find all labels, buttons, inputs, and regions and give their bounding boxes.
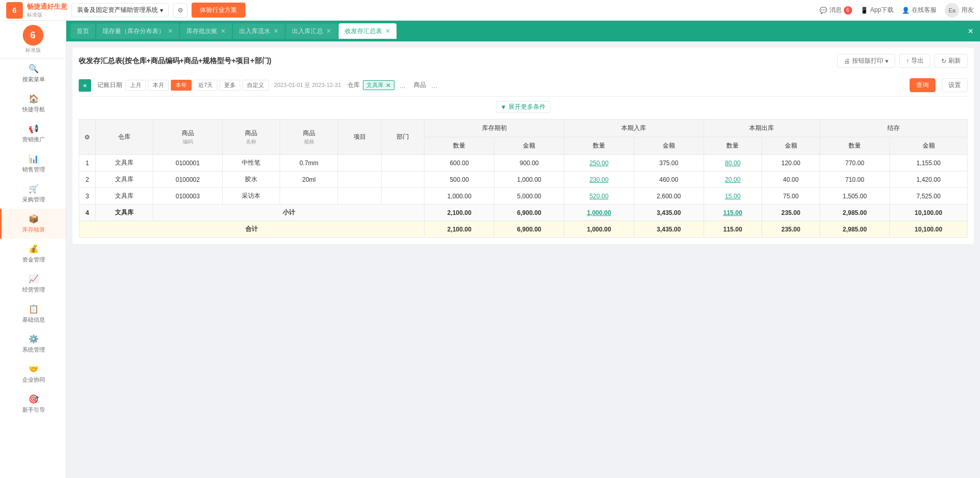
subtotal-label: 小计 — [153, 205, 425, 221]
sidebar-item-sales[interactable]: 📊销售管理 — [0, 149, 66, 179]
settings-button[interactable]: ⚙ — [173, 3, 187, 18]
table-settings-header[interactable]: ⚙ — [79, 120, 96, 155]
expand-row: ▼ 展开更多条件 — [79, 101, 968, 113]
logo-text: 6 — [12, 6, 17, 15]
online-service-button[interactable]: 👤 在线客服 — [902, 6, 937, 15]
export-button[interactable]: ↑ 导出 — [899, 54, 930, 68]
warehouse-more-button[interactable]: ... — [398, 81, 408, 90]
row-seq: 3 — [79, 188, 96, 205]
th-in-amt: 金额 — [634, 137, 704, 155]
print-button[interactable]: 🖨 按钮版打印 ▾ — [837, 54, 895, 68]
sidebar-item-label: 采购管理 — [22, 196, 45, 204]
expand-button[interactable]: ▼ 展开更多条件 — [496, 101, 551, 113]
row-close-amt: 7,525.00 — [890, 188, 968, 205]
app-download-button[interactable]: 📱 App下载 — [860, 6, 894, 15]
row-out-amt: 40.00 — [762, 171, 820, 188]
total-label-cell: 合计 — [79, 221, 425, 238]
subtotal-warehouse: 文具库 — [96, 205, 153, 221]
subtotal-in-qty[interactable]: 1,000.00 — [564, 205, 634, 221]
chevron-down-icon: ▾ — [160, 7, 163, 14]
sidebar-item-label: 新手引导 — [22, 406, 45, 414]
print-label: 按钮版打印 — [852, 56, 883, 65]
date-btn-1[interactable]: 本月 — [148, 80, 169, 91]
trial-button[interactable]: 体验行业方案 — [192, 3, 245, 18]
tab-inout-summary[interactable]: 出入库汇总✕ — [286, 23, 338, 39]
th-opening-stock: 库存期初 — [425, 120, 564, 137]
purchase-icon: 🛒 — [28, 184, 39, 194]
warehouse-tag-text: 文具库 — [367, 81, 384, 89]
page-title-row: 收发存汇总表(按仓库+商品编码+商品+规格型号+项目+部门) 🖨 按钮版打印 ▾… — [79, 54, 968, 68]
row-in-qty[interactable]: 230.00 — [564, 171, 634, 188]
warehouse-tag[interactable]: 文具库 ✕ — [363, 80, 394, 90]
th-goods-spec: 商品规格 — [280, 120, 338, 155]
th-period-out: 本期出库 — [704, 120, 820, 137]
row-in-qty[interactable]: 520.00 — [564, 188, 634, 205]
table-row: 3 文具库 0100003 采访本 1,000.00 5,000.00 520.… — [79, 188, 968, 205]
sidebar-item-enterprise[interactable]: 🤝企业协同 — [0, 359, 66, 389]
message-button[interactable]: 💬 消息 6 — [820, 6, 852, 15]
tab-label-home: 首页 — [77, 27, 89, 36]
finance-icon: 💰 — [28, 244, 39, 254]
row-out-qty[interactable]: 15.00 — [704, 188, 762, 205]
warehouse-tag-close[interactable]: ✕ — [386, 82, 391, 89]
date-btn-3[interactable]: 近7天 — [194, 80, 217, 91]
close-page-button[interactable]: ✕ — [966, 25, 976, 37]
date-btn-0[interactable]: 上月 — [125, 80, 146, 91]
row-in-amt: 375.00 — [634, 155, 704, 171]
row-in-amt: 2,600.00 — [634, 188, 704, 205]
tab-home[interactable]: 首页 — [70, 23, 95, 39]
tab-close-inout-summary[interactable]: ✕ — [326, 27, 331, 35]
tab-close-batch[interactable]: ✕ — [221, 27, 226, 35]
tab-receive-summary[interactable]: 收发存汇总表✕ — [339, 23, 397, 39]
main-area: 6 标准版 🔍搜索菜单🏠快捷导航📢营销推广📊销售管理🛒采购管理📦库存核算💰资金管… — [0, 21, 980, 478]
sidebar-item-search[interactable]: 🔍搜索菜单 — [0, 59, 66, 89]
goods-more-button[interactable]: ... — [429, 81, 440, 90]
row-out-amt: 75.00 — [762, 188, 820, 205]
page-title: 收发存汇总表(按仓库+商品编码+商品+规格型号+项目+部门) — [79, 56, 271, 66]
sidebar-item-purchase[interactable]: 🛒采购管理 — [0, 179, 66, 209]
th-out-amt: 金额 — [762, 137, 820, 155]
row-goods-code: 0100001 — [153, 155, 223, 171]
sidebar-item-finance[interactable]: 💰资金管理 — [0, 239, 66, 269]
total-in-amt: 3,435.00 — [634, 221, 704, 238]
column-settings-icon[interactable]: ⚙ — [84, 134, 90, 141]
sidebar-item-system[interactable]: ⚙️系统管理 — [0, 329, 66, 359]
filter-collapse-button[interactable]: « — [79, 79, 91, 92]
query-button[interactable]: 查询 — [910, 78, 935, 92]
sidebar-item-operation[interactable]: 📈经营管理 — [0, 269, 66, 299]
row-department — [381, 155, 425, 171]
tab-close-inventory-dist[interactable]: ✕ — [168, 27, 173, 35]
table-settings-button[interactable]: 设置 — [942, 78, 968, 92]
date-btn-2[interactable]: 本年 — [171, 80, 192, 91]
tab-inout-flow[interactable]: 出入库流水✕ — [233, 23, 285, 39]
th-open-amt: 金额 — [494, 137, 564, 155]
row-goods-spec: 20ml — [280, 171, 338, 188]
tab-label-inventory-dist: 现存量（库存分布表） — [103, 27, 165, 36]
refresh-button[interactable]: ↻ 刷新 — [934, 54, 968, 68]
sidebar-item-quicknav[interactable]: 🏠快捷导航 — [0, 89, 66, 119]
date-btn-4[interactable]: 更多 — [220, 80, 240, 91]
date-btn-5[interactable]: 自定义 — [242, 80, 269, 91]
system-name-selector[interactable]: 装备及固定资产辅助管理系统 ▾ — [71, 3, 169, 17]
sidebar-item-label: 营销推广 — [22, 136, 45, 143]
row-in-qty[interactable]: 250.00 — [564, 155, 634, 171]
row-warehouse: 文具库 — [96, 171, 153, 188]
tab-inventory-dist[interactable]: 现存量（库存分布表）✕ — [96, 23, 179, 39]
tab-close-inout-flow[interactable]: ✕ — [273, 27, 279, 35]
th-goods-name: 商品名称 — [223, 120, 280, 155]
sidebar-item-base[interactable]: 📋基础信息 — [0, 299, 66, 329]
app-download-label: App下载 — [870, 6, 894, 15]
tab-batch[interactable]: 库存批次账✕ — [180, 23, 232, 39]
sidebar-item-marketing[interactable]: 📢营销推广 — [0, 119, 66, 149]
subtotal-out-qty[interactable]: 115.00 — [704, 205, 762, 221]
system-name-text: 装备及固定资产辅助管理系统 — [77, 6, 158, 15]
th-out-qty: 数量 — [704, 137, 762, 155]
row-out-qty[interactable]: 80.00 — [704, 155, 762, 171]
row-out-qty[interactable]: 20.00 — [704, 171, 762, 188]
sidebar-item-inventory[interactable]: 📦库存核算 — [0, 209, 66, 239]
inventory-icon: 📦 — [28, 214, 39, 224]
tab-close-receive-summary[interactable]: ✕ — [385, 27, 390, 35]
user-menu[interactable]: Ea 用友 — [945, 3, 974, 18]
sidebar-item-label: 资金管理 — [22, 256, 45, 264]
sidebar-item-newbie[interactable]: 🎯新手引导 — [0, 389, 66, 419]
